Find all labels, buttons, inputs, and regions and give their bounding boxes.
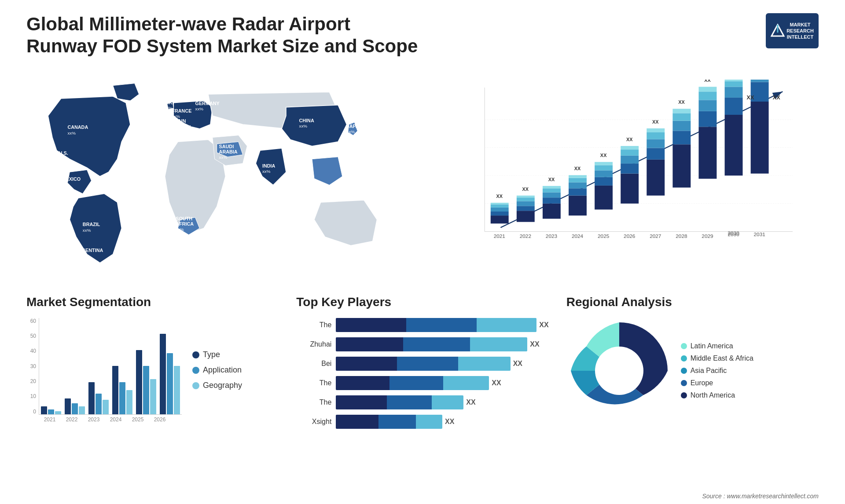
svg-text:BRAZIL: BRAZIL bbox=[83, 222, 100, 227]
players-section: Top Key Players The XX bbox=[296, 295, 548, 429]
svg-rect-58 bbox=[543, 188, 561, 192]
segmentation-section: Market Segmentation 60 50 40 30 20 10 0 bbox=[26, 295, 279, 429]
svg-rect-71 bbox=[595, 170, 613, 177]
svg-text:AFRICA: AFRICA bbox=[176, 221, 194, 226]
y-label-60: 60 bbox=[26, 318, 36, 324]
svg-rect-42 bbox=[491, 212, 509, 215]
svg-text:XX: XX bbox=[496, 194, 503, 199]
svg-rect-94 bbox=[672, 109, 691, 113]
player-xx-6: XX bbox=[445, 418, 454, 426]
seg-year-2026: 2026 bbox=[151, 416, 169, 423]
svg-text:2031: 2031 bbox=[754, 231, 765, 237]
player-bar-6: XX bbox=[336, 415, 548, 429]
y-label-20: 20 bbox=[26, 378, 36, 384]
svg-rect-83 bbox=[647, 160, 665, 196]
donut-legend: Latin America Middle East & Africa Asia … bbox=[681, 342, 753, 399]
svg-text:XX: XX bbox=[574, 166, 581, 171]
svg-text:xx%: xx% bbox=[347, 129, 355, 134]
svg-rect-86 bbox=[647, 132, 665, 139]
svg-rect-45 bbox=[491, 203, 509, 205]
svg-text:xx%: xx% bbox=[299, 124, 308, 128]
player-xx-5: XX bbox=[466, 398, 475, 406]
svg-rect-56 bbox=[543, 197, 561, 204]
svg-text:XX: XX bbox=[773, 94, 780, 101]
svg-rect-87 bbox=[647, 128, 665, 132]
seg-year-2025: 2025 bbox=[129, 416, 147, 423]
svg-text:MEXICO: MEXICO bbox=[62, 176, 81, 182]
svg-rect-105 bbox=[725, 98, 743, 115]
svg-text:XX: XX bbox=[600, 153, 607, 158]
bottom-grid: Market Segmentation 60 50 40 30 20 10 0 bbox=[26, 295, 819, 429]
donut-container: Latin America Middle East & Africa Asia … bbox=[566, 318, 819, 424]
player-bar-3: XX bbox=[336, 357, 548, 371]
seg-bars-area: 2021 2022 2023 2024 2025 2026 bbox=[39, 318, 182, 423]
donut-legend-mea: Middle East & Africa bbox=[681, 354, 753, 362]
seg-bars-row bbox=[39, 318, 182, 415]
svg-rect-44 bbox=[491, 204, 509, 207]
svg-text:xx%: xx% bbox=[164, 105, 173, 110]
svg-rect-69 bbox=[595, 186, 613, 210]
svg-text:2027: 2027 bbox=[650, 233, 661, 239]
svg-rect-99 bbox=[699, 100, 717, 111]
svg-text:XX: XX bbox=[747, 94, 754, 101]
player-xx-4: XX bbox=[492, 379, 501, 387]
y-label-30: 30 bbox=[26, 363, 36, 369]
donut-legend-europe: Europe bbox=[681, 379, 753, 387]
world-map-svg: CANADA xx% U.S. xx% MEXICO xx% BRAZIL xx… bbox=[26, 71, 416, 282]
player-bar-4: XX bbox=[336, 376, 548, 390]
legend-type-dot bbox=[192, 351, 199, 358]
svg-text:2028: 2028 bbox=[676, 233, 687, 239]
player-name-6: Xsight bbox=[296, 418, 331, 426]
source-text: Source : www.marketresearchintellect.com bbox=[702, 493, 819, 500]
svg-text:XX: XX bbox=[678, 99, 685, 105]
player-row-2: Zhuhai XX bbox=[296, 337, 548, 351]
svg-text:INDIA: INDIA bbox=[262, 163, 276, 168]
svg-rect-108 bbox=[725, 80, 743, 81]
donut-legend-na: North America bbox=[681, 391, 753, 399]
svg-text:JAPAN: JAPAN bbox=[347, 124, 363, 129]
header: Global Millimeter-wave Radar Airport Run… bbox=[26, 13, 819, 58]
svg-text:GERMANY: GERMANY bbox=[195, 101, 220, 106]
player-row-1: The XX bbox=[296, 318, 548, 332]
logo-text-line3: INTELLECT bbox=[786, 34, 814, 40]
legend-geography-label: Geography bbox=[203, 381, 242, 390]
legend-geography-dot bbox=[192, 382, 199, 389]
svg-rect-70 bbox=[595, 177, 613, 186]
player-name-2: Zhuhai bbox=[296, 340, 331, 348]
svg-text:xx%: xx% bbox=[195, 106, 204, 111]
svg-rect-41 bbox=[491, 215, 509, 223]
player-name-3: Bei bbox=[296, 360, 331, 368]
svg-text:2023: 2023 bbox=[546, 233, 558, 239]
svg-text:2024: 2024 bbox=[572, 233, 584, 239]
svg-text:xx%: xx% bbox=[178, 130, 186, 135]
svg-rect-62 bbox=[569, 195, 587, 215]
seg-year-2023: 2023 bbox=[84, 416, 103, 423]
svg-rect-49 bbox=[517, 206, 535, 211]
svg-text:ITALY: ITALY bbox=[178, 124, 191, 130]
player-row-3: Bei XX bbox=[296, 357, 548, 371]
page-title: Global Millimeter-wave Radar Airport Run… bbox=[26, 13, 422, 58]
player-name-5: The bbox=[296, 398, 331, 406]
svg-text:XX: XX bbox=[652, 119, 659, 124]
svg-text:U.S.: U.S. bbox=[59, 150, 68, 156]
donut-chart-svg bbox=[566, 318, 672, 424]
svg-text:xx%: xx% bbox=[176, 227, 184, 232]
svg-text:2026: 2026 bbox=[624, 233, 636, 239]
svg-text:SAUDI: SAUDI bbox=[219, 144, 234, 149]
logo-area: MARKET RESEARCH INTELLECT bbox=[766, 13, 819, 48]
map-section: CANADA xx% U.S. xx% MEXICO xx% BRAZIL xx… bbox=[26, 71, 416, 282]
svg-text:XX: XX bbox=[626, 137, 633, 142]
legend-application: Application bbox=[192, 365, 242, 375]
svg-text:xx%: xx% bbox=[75, 254, 83, 259]
svg-rect-73 bbox=[595, 162, 613, 165]
svg-rect-107 bbox=[725, 81, 743, 87]
svg-rect-59 bbox=[543, 186, 561, 188]
seg-bar-2025 bbox=[136, 350, 156, 414]
logo-text-line2: RESEARCH bbox=[786, 28, 814, 34]
player-xx-2: XX bbox=[530, 340, 539, 348]
svg-rect-78 bbox=[621, 156, 639, 164]
donut-label-latam: Latin America bbox=[691, 342, 733, 350]
player-name-1: The bbox=[296, 321, 331, 329]
svg-text:xx%: xx% bbox=[83, 228, 91, 233]
svg-text:xx%: xx% bbox=[262, 169, 271, 174]
